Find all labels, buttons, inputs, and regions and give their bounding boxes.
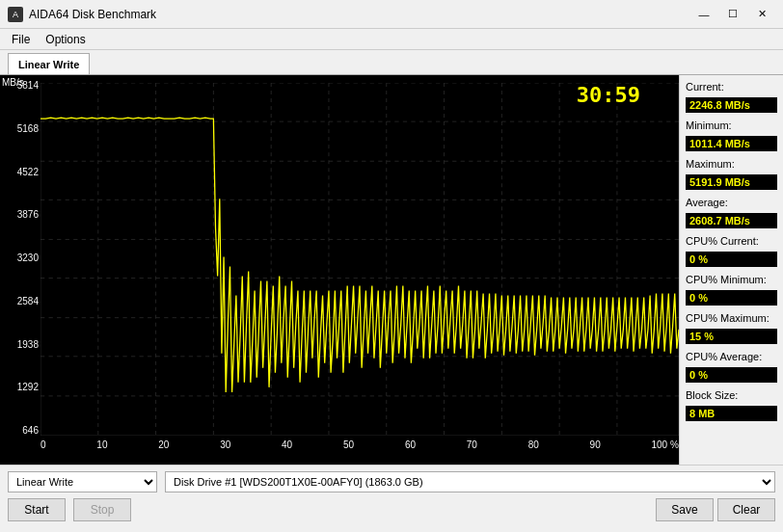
x-label-90: 90: [590, 439, 601, 450]
save-button[interactable]: Save: [656, 498, 714, 521]
minimum-value: 1011.4 MB/s: [686, 136, 777, 151]
cpu-avg-label: CPU% Average:: [686, 351, 777, 362]
y-label-7: 1292: [2, 382, 39, 392]
y-label-4: 3230: [2, 253, 39, 263]
x-label-30: 30: [220, 439, 230, 450]
block-size-value: 8 MB: [686, 406, 777, 421]
menu-bar: File Options: [0, 29, 783, 50]
start-button[interactable]: Start: [8, 498, 66, 521]
x-label-100: 100 %: [652, 439, 679, 450]
x-axis: 0 10 20 30 40 50 60 70 80 90 100 %: [40, 436, 679, 465]
y-label-1: 5168: [2, 123, 39, 134]
x-label-10: 10: [96, 439, 107, 450]
maximum-label: Maximum:: [686, 158, 777, 170]
y-label-5: 2584: [2, 296, 39, 306]
cpu-min-label: CPU% Minimum:: [686, 274, 777, 285]
save-clear-group: Save Clear: [656, 498, 775, 521]
window-controls: — ☐ ✕: [690, 5, 775, 24]
test-type-select[interactable]: Linear Write Linear Read Random Write Ra…: [8, 471, 157, 492]
current-value: 2246.8 MB/s: [686, 97, 777, 113]
block-size-label: Block Size:: [686, 389, 777, 401]
minimum-label: Minimum:: [686, 120, 777, 131]
tab-bar: Linear Write: [0, 50, 783, 75]
chart-grid: [40, 83, 679, 436]
menu-options[interactable]: Options: [38, 31, 93, 48]
chart-area: MB/s 30:59 5814 5168 4522 3876 3230 2584…: [0, 75, 679, 465]
title-bar: A AIDA64 Disk Benchmark — ☐ ✕: [0, 0, 783, 29]
cpu-max-value: 15 %: [686, 329, 777, 344]
x-label-0: 0: [40, 439, 46, 450]
x-label-70: 70: [467, 439, 477, 450]
cpu-current-label: CPU% Current:: [686, 235, 777, 247]
y-label-6: 1938: [2, 339, 39, 350]
x-label-20: 20: [158, 439, 169, 450]
controls-row1: Linear Write Linear Read Random Write Ra…: [8, 471, 775, 492]
bottom-controls: Linear Write Linear Read Random Write Ra…: [0, 465, 783, 532]
x-label-40: 40: [282, 439, 292, 450]
menu-file[interactable]: File: [4, 31, 38, 48]
tab-linear-write[interactable]: Linear Write: [8, 53, 90, 74]
app-title: AIDA64 Disk Benchmark: [29, 8, 156, 21]
average-label: Average:: [686, 197, 777, 208]
side-panel: Current: 2246.8 MB/s Minimum: 1011.4 MB/…: [679, 75, 783, 465]
minimize-button[interactable]: —: [690, 5, 717, 24]
y-label-8: 646: [2, 425, 39, 436]
main-area: MB/s 30:59 5814 5168 4522 3876 3230 2584…: [0, 75, 783, 465]
app-icon: A: [8, 7, 23, 22]
clear-button[interactable]: Clear: [717, 498, 775, 521]
cpu-max-label: CPU% Maximum:: [686, 312, 777, 324]
y-label-2: 4522: [2, 167, 39, 177]
cpu-avg-value: 0 %: [686, 367, 777, 383]
restore-button[interactable]: ☐: [719, 5, 746, 24]
y-label-0: 5814: [2, 80, 39, 91]
current-label: Current:: [686, 81, 777, 93]
y-label-3: 3876: [2, 209, 39, 220]
cpu-current-value: 0 %: [686, 252, 777, 267]
close-button[interactable]: ✕: [748, 5, 775, 24]
y-axis: 5814 5168 4522 3876 3230 2584 1938 1292 …: [0, 75, 40, 436]
chart-timer: 30:59: [577, 83, 640, 107]
cpu-min-value: 0 %: [686, 290, 777, 306]
x-label-50: 50: [343, 439, 354, 450]
stop-button[interactable]: Stop: [73, 498, 131, 521]
controls-row2: Start Stop Save Clear: [8, 498, 775, 521]
x-label-60: 60: [405, 439, 416, 450]
drive-select[interactable]: Disk Drive #1 [WDS200T1X0E-00AFY0] (1863…: [165, 471, 775, 492]
x-label-80: 80: [528, 439, 539, 450]
maximum-value: 5191.9 MB/s: [686, 174, 777, 190]
chart-svg: [40, 83, 679, 436]
average-value: 2608.7 MB/s: [686, 213, 777, 228]
